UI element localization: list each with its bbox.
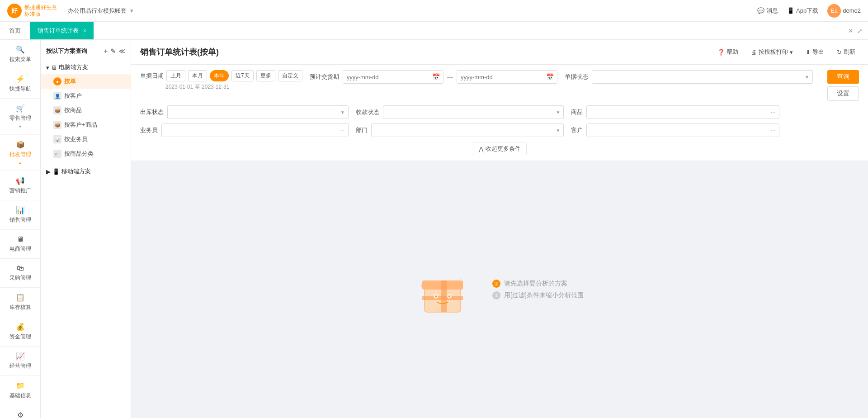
expected-date-start-input[interactable] [343,70,443,84]
calendar-start-icon[interactable]: 📅 [432,73,440,81]
main-layout: 🔍 搜索菜单 ⚡ 快捷导航 🛒 零售管理 ▾ 📦 批发管理 ▴ 📢 营销推广 📊… [0,40,868,418]
topbar-left: 好 畅捷通好生意 标准版 办公用品行业模拟账套 ▾ [7,4,133,18]
svg-point-10 [448,295,450,297]
scheme-section-pc-header[interactable]: ▾ 🖥 电脑端方案 [41,61,131,74]
sidebar-item-quicknav[interactable]: ⚡ 快捷导航 [0,69,40,99]
sidebar-item-inventory[interactable]: 📋 库存核算 [0,288,40,317]
query-button[interactable]: 查询 [827,70,859,84]
product-input[interactable] [586,105,779,119]
scheme-sq-icon-2: 📦 [53,106,61,114]
customer-input[interactable] [586,124,779,137]
scheme-item-3[interactable]: 📦 按客户+商品 [41,118,131,132]
scheme-item-1[interactable]: 👤 按客户 [41,89,131,103]
scheme-item-0[interactable]: ● 按单 [41,74,131,89]
tab-home[interactable]: 首页 [0,22,30,39]
tab-window-controls: ✕ ⤢ [848,27,868,34]
scheme-sq-icon-1: 👤 [53,92,61,100]
date-btn-this-month[interactable]: 本月 [188,70,207,81]
salesperson-more-icon[interactable]: ··· [340,127,345,134]
tab-maximize-icon[interactable]: ⤢ [857,27,863,34]
finance-icon: 💰 [16,323,25,331]
left-panel-header: 按以下方案查询 + ✎ ≪ [41,43,131,59]
date-btn-7days[interactable]: 近7天 [231,70,254,81]
tab-active[interactable]: 销售订单统计表 × [30,22,94,39]
svg-rect-4 [422,296,463,300]
scheme-item-5[interactable]: 🏷 按商品分类 [41,147,131,161]
svg-text:✦: ✦ [420,283,424,288]
search-icon: 🔍 [16,45,25,54]
sidebar-item-basic[interactable]: 📁 基础信息 [0,376,40,405]
app-title: 办公用品行业模拟账套 ▾ [68,7,133,15]
scheme-sq-icon-3: 📦 [53,121,61,129]
tab-close-icon[interactable]: × [83,28,86,34]
sales-icon: 📊 [16,206,25,214]
print-icon: 🖨 [751,49,757,56]
svg-point-9 [435,295,437,297]
sidebar-item-purchase[interactable]: 🛍 采购管理 [0,259,40,288]
doc-status-select[interactable] [592,70,813,84]
message-icon: 💬 [757,7,764,14]
help-button[interactable]: ❓ 帮助 [714,46,742,58]
settings-button[interactable]: 设置 [827,86,859,101]
sidebar-item-system[interactable]: ⚙ 系统管理 [0,405,40,418]
sidebar-item-operation[interactable]: 📈 经营管理 [0,347,40,376]
wholesale-icon: 📦 [16,140,25,149]
sidebar-item-finance[interactable]: 💰 资金管理 [0,317,40,347]
template-print-button[interactable]: 🖨 按模板打印 ▾ [747,46,797,58]
sidebar-item-marketing[interactable]: 📢 营销推广 [0,171,40,200]
date-btn-this-year[interactable]: 本年 [210,70,229,81]
date-btn-more[interactable]: 更多 [256,70,275,81]
section-mobile-icon: 📱 [52,168,60,175]
date-btn-custom[interactable]: 自定义 [278,70,302,81]
edit-scheme-icon[interactable]: ✎ [110,48,116,55]
add-scheme-icon[interactable]: + [104,48,108,55]
tabbar: 首页 销售订单统计表 × ✕ ⤢ [0,22,868,40]
product-more-icon[interactable]: ··· [770,109,776,116]
refresh-icon: ↻ [837,49,842,56]
delivery-status-select[interactable] [167,105,349,119]
help-icon: ❓ [717,49,725,56]
topbar: 好 畅捷通好生意 标准版 办公用品行业模拟账套 ▾ 💬 消息 📱 App下载 E… [0,0,868,22]
customer-label: 客户 [571,126,583,134]
scheme-section-mobile-header[interactable]: ▶ 📱 移动端方案 [41,165,131,178]
sidebar-item-ecommerce[interactable]: 🖥 电商管理 [0,230,40,259]
app-download-button[interactable]: 📱 App下载 [787,7,818,15]
department-label: 部门 [356,126,368,134]
payment-status-select[interactable] [383,105,564,119]
tab-minimize-icon[interactable]: ✕ [848,27,854,34]
print-dropdown-icon: ▾ [790,49,793,56]
refresh-button[interactable]: ↻ 刷新 [833,46,859,58]
sidebar-item-search[interactable]: 🔍 搜索菜单 [0,40,40,69]
salesperson-label: 业务员 [140,126,158,134]
section-expand-icon: ▾ [46,64,49,71]
calendar-end-icon[interactable]: 📅 [546,73,554,81]
collapse-panel-icon[interactable]: ≪ [118,48,125,55]
section-mobile-expand-icon: ▶ [46,168,51,175]
salesperson-input[interactable] [161,124,349,137]
date-label: 单据日期 [140,72,164,80]
date-btn-last-month[interactable]: 上月 [166,70,185,81]
sidebar-item-retail[interactable]: 🛒 零售管理 ▾ [0,99,40,135]
doc-status-label: 单据状态 [565,73,588,81]
basic-icon: 📁 [16,381,25,390]
user-profile[interactable]: Ea demo2 [827,4,861,18]
retail-expand-icon: ▾ [19,124,21,129]
product-label: 商品 [571,108,583,116]
sidebar-item-wholesale[interactable]: 📦 批发管理 ▴ [0,135,40,171]
export-icon: ⬇ [806,49,811,56]
export-button[interactable]: ⬇ 导出 [802,46,828,58]
customer-more-icon[interactable]: ··· [770,127,776,134]
department-select[interactable] [371,124,564,137]
empty-state: ✦ ✦ ① 请先选择要分析的方案 ② 用[过滤]条件来缩小分析范围 [131,161,868,418]
message-button[interactable]: 💬 消息 [757,7,778,15]
marketing-icon: 📢 [16,176,25,185]
sidebar-item-sales[interactable]: 📊 销售管理 [0,200,40,230]
collapse-filter-button[interactable]: ⋀ 收起更多条件 [473,142,527,155]
scheme-item-2[interactable]: 📦 按商品 [41,103,131,118]
purchase-icon: 🛍 [17,264,24,272]
expected-date-end-input[interactable] [457,70,557,84]
dropdown-arrow-icon[interactable]: ▾ [130,7,133,14]
svg-text:✦: ✦ [458,277,464,284]
logo-text: 畅捷通好生意 标准版 [24,4,57,17]
scheme-item-4[interactable]: 📊 按业务员 [41,132,131,147]
